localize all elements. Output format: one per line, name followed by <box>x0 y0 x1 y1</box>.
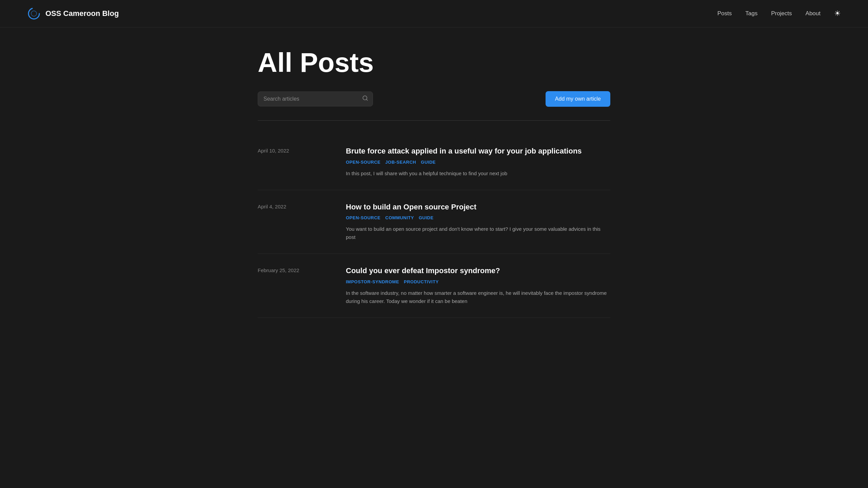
site-logo <box>27 7 41 20</box>
svg-point-0 <box>28 8 39 19</box>
post-title[interactable]: How to build an Open source Project <box>346 202 610 212</box>
post-item: April 10, 2022 Brute force attack applie… <box>258 134 610 190</box>
section-divider <box>258 120 610 121</box>
post-item: April 4, 2022 How to build an Open sourc… <box>258 190 610 254</box>
post-date: April 10, 2022 <box>258 146 319 178</box>
post-excerpt: In the software industry, no matter how … <box>346 289 610 305</box>
post-date: April 4, 2022 <box>258 202 319 242</box>
post-tag[interactable]: OPEN-SOURCE <box>346 160 380 165</box>
post-title[interactable]: Could you ever defeat Impostor syndrome? <box>346 266 610 276</box>
svg-point-1 <box>31 11 37 16</box>
post-tags: OPEN-SOURCE COMMUNITY GUIDE <box>346 215 610 220</box>
nav-link-posts[interactable]: Posts <box>717 10 732 17</box>
post-content: How to build an Open source Project OPEN… <box>346 202 610 242</box>
nav-link-tags[interactable]: Tags <box>745 10 757 17</box>
nav-brand[interactable]: OSS Cameroon Blog <box>27 7 119 20</box>
post-tag[interactable]: GUIDE <box>419 215 434 220</box>
add-article-button[interactable]: Add my own article <box>546 91 610 107</box>
post-tag[interactable]: COMMUNITY <box>385 215 414 220</box>
post-item: February 25, 2022 Could you ever defeat … <box>258 254 610 318</box>
site-title: OSS Cameroon Blog <box>45 9 119 18</box>
post-content: Could you ever defeat Impostor syndrome?… <box>346 266 610 305</box>
nav-link-projects[interactable]: Projects <box>771 10 792 17</box>
nav-link-about[interactable]: About <box>806 10 821 17</box>
post-excerpt: In this post, I will share with you a he… <box>346 169 610 178</box>
post-date: February 25, 2022 <box>258 266 319 305</box>
post-tag[interactable]: PRODUCTIVITY <box>404 279 439 284</box>
nav-links: Posts Tags Projects About ☀ <box>717 9 841 18</box>
post-title[interactable]: Brute force attack applied in a useful w… <box>346 146 610 156</box>
post-excerpt: You want to build an open source project… <box>346 225 610 241</box>
post-tag[interactable]: GUIDE <box>421 160 436 165</box>
post-tags: IMPOSTOR-SYNDROME PRODUCTIVITY <box>346 279 610 284</box>
post-tags: OPEN-SOURCE JOB-SEARCH GUIDE <box>346 160 610 165</box>
search-container <box>258 92 373 106</box>
search-input[interactable] <box>258 92 373 106</box>
post-tag[interactable]: JOB-SEARCH <box>385 160 416 165</box>
theme-toggle-button[interactable]: ☀ <box>834 9 841 18</box>
navbar: OSS Cameroon Blog Posts Tags Projects Ab… <box>0 0 868 27</box>
search-row: Add my own article <box>258 91 610 107</box>
post-content: Brute force attack applied in a useful w… <box>346 146 610 178</box>
post-tag[interactable]: OPEN-SOURCE <box>346 215 380 220</box>
main-content: All Posts Add my own article April 10, 2… <box>231 27 637 338</box>
posts-list: April 10, 2022 Brute force attack applie… <box>258 134 610 318</box>
page-title: All Posts <box>258 48 610 78</box>
post-tag[interactable]: IMPOSTOR-SYNDROME <box>346 279 399 284</box>
